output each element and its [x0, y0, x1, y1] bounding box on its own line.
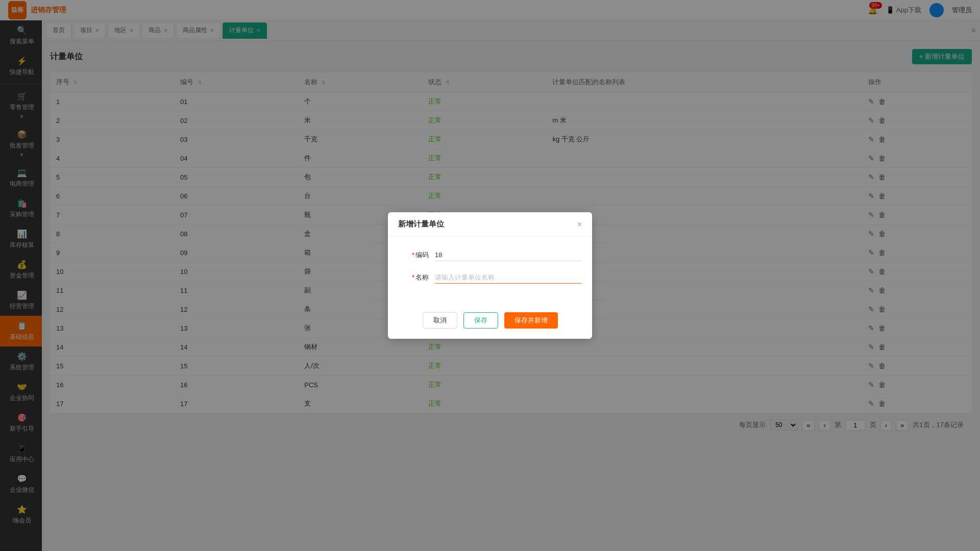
name-input[interactable]: [435, 271, 582, 284]
form-row-code: *编码: [398, 249, 582, 261]
name-label-text: 名称: [415, 273, 429, 281]
required-mark: *: [412, 273, 414, 281]
modal-header: 新增计量单位 ×: [388, 212, 592, 237]
code-label: *编码: [398, 251, 429, 260]
code-label-text: 编码: [415, 251, 429, 259]
modal-overlay[interactable]: 新增计量单位 × *编码 *名称 取消 保存 保存并新增: [0, 0, 980, 551]
form-row-name: *名称: [398, 271, 582, 284]
required-mark: *: [412, 251, 414, 259]
name-label: *名称: [398, 273, 429, 282]
code-input[interactable]: [435, 249, 582, 261]
add-unit-modal: 新增计量单位 × *编码 *名称 取消 保存 保存并新增: [388, 212, 592, 339]
modal-title: 新增计量单位: [398, 219, 444, 229]
modal-body: *编码 *名称: [388, 237, 592, 306]
cancel-button[interactable]: 取消: [423, 312, 457, 329]
modal-footer: 取消 保存 保存并新增: [388, 306, 592, 339]
save-add-button[interactable]: 保存并新增: [504, 312, 558, 329]
modal-close-button[interactable]: ×: [577, 220, 582, 229]
save-button[interactable]: 保存: [463, 312, 498, 329]
